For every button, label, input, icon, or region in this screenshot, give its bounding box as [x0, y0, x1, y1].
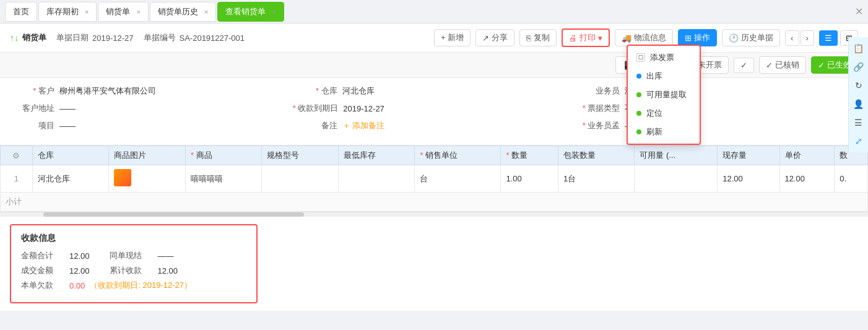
tab-sales-history[interactable]: 销货单历史 × [150, 2, 216, 22]
horizontal-scrollbar[interactable] [0, 212, 868, 217]
tab-view-sales[interactable]: 查看销货单 × [217, 2, 284, 22]
sidebar-icon-expand[interactable]: ⤢ [851, 132, 866, 150]
sidebar-icon-list[interactable]: ☰ [851, 114, 866, 131]
warehouse-value[interactable]: 河北仓库 [342, 85, 375, 97]
subtotal-row: 小计 [1, 193, 868, 212]
sidebar-icon-link[interactable]: 🔗 [849, 58, 867, 76]
staff-field: 业务员 演示账号 [575, 85, 858, 97]
check-icon-btn[interactable]: ✓ [734, 58, 754, 73]
dropdown-add-invoice[interactable]: ☐ 添发票 [628, 48, 700, 67]
row-min-stock [338, 165, 415, 193]
copy-icon: ⎘ [526, 33, 531, 43]
logistics-btn[interactable]: 🚚 物流信息 [615, 29, 673, 46]
address-label: 客户地址 [10, 103, 59, 114]
history-icon: 🕐 [729, 33, 739, 43]
operate-btn[interactable]: ⊞ 操作 [678, 29, 717, 46]
customer-value[interactable]: 柳州粤港平安气体有限公司 [59, 85, 156, 97]
share-icon: ↗ [482, 33, 489, 43]
address-field: 客户地址 —— [10, 103, 293, 114]
doc-title-text: 销货单 [22, 32, 46, 43]
view-list-btn[interactable]: ☰ [819, 30, 838, 46]
doc-date-label: 单据日期 [56, 32, 89, 43]
row-index: 1 [1, 165, 33, 193]
row-quantity: 1.00 [501, 165, 558, 193]
table-header: ⚙ 仓库 商品图片 * 商品 规格型号 最低库存 * 销售单位 * 数量 包装数… [1, 146, 868, 165]
toolbar-row: 📱 来自手机 🔵 未开票 ✓ ✓ 已核销 ✓ 已生效 [0, 53, 868, 78]
col-product: * 商品 [185, 146, 262, 165]
project-label: 项目 [10, 120, 59, 131]
due-amount-val: 0.00 [69, 281, 85, 290]
add-note-btn[interactable]: ＋ 添加备注 [342, 120, 385, 131]
tab-inventory-init[interactable]: 库存期初 × [38, 2, 97, 22]
same-order-item: 同单现结 —— [110, 250, 174, 261]
form-row-3: 项目 —— 备注 ＋ 添加备注 业务员孟 —— [10, 120, 858, 131]
dropdown-refresh[interactable]: 刷新 [628, 123, 700, 141]
tab-bar-close-btn[interactable]: ✕ [855, 6, 863, 17]
due-date-extra: （收款到期日: 2019-12-27） [90, 280, 192, 291]
products-table-wrapper: ⚙ 仓库 商品图片 * 商品 规格型号 最低库存 * 销售单位 * 数量 包装数… [0, 145, 868, 217]
row-available [635, 165, 718, 193]
add-invoice-icon: ☐ [636, 53, 645, 62]
customer-field: 客户 柳州粤港平安气体有限公司 [10, 85, 293, 97]
doc-date-item: 单据日期 2019-12-27 [56, 32, 134, 43]
total-amount-item: 金额合计 12.00 [21, 250, 90, 261]
tab-sales-order[interactable]: 销货单 × [98, 2, 148, 22]
copy-btn[interactable]: ⎘ 复制 [519, 29, 557, 46]
due-date-value: 2019-12-27 [143, 280, 184, 290]
print-icon: 🖨 [569, 33, 577, 43]
logistics-icon: 🚚 [622, 33, 631, 43]
payment-date-value[interactable]: 2019-12-27 [343, 104, 384, 113]
customer-label: 客户 [10, 85, 59, 97]
cumulative-item: 累计收款 12.00 [110, 265, 178, 276]
sidebar-icon-clipboard[interactable]: 📋 [849, 40, 867, 57]
sidebar-icon-refresh[interactable]: ↻ [851, 77, 866, 94]
deal-amount-key: 成交金额 [21, 265, 64, 276]
prev-btn[interactable]: ‹ [785, 30, 799, 46]
tab-home[interactable]: 首页 [5, 2, 37, 22]
tab-sales-history-close[interactable]: × [204, 8, 208, 15]
doc-header: ↑↓ 销货单 单据日期 2019-12-27 单据编号 SA-20191227-… [0, 24, 868, 53]
tab-home-label: 首页 [13, 6, 29, 17]
operations-dropdown: ☐ 添发票 出库 可用量提取 定位 刷新 [627, 45, 701, 145]
tab-bar: 首页 库存期初 × 销货单 × 销货单历史 × 查看销货单 × ✕ [0, 0, 868, 24]
cancelled-icon: ✓ [766, 61, 773, 70]
scrollbar-thumb[interactable] [43, 212, 304, 217]
due-amount-item: 本单欠款 0.00 （收款到期日: 2019-12-27） [21, 280, 192, 291]
payment-date-field: 收款到期日 2019-12-27 [293, 103, 576, 114]
col-unit: * 销售单位 [415, 146, 501, 165]
share-btn[interactable]: ↗ 分享 [475, 29, 514, 46]
due-amount-key: 本单欠款 [21, 280, 64, 291]
ticket-type-label: 票据类型 [575, 103, 625, 114]
tab-sales-order-close[interactable]: × [136, 8, 140, 15]
col-spec: 规格型号 [262, 146, 339, 165]
row-warehouse: 河北仓库 [32, 165, 109, 193]
sidebar-icon-user[interactable]: 👤 [849, 95, 867, 113]
col-gear[interactable]: ⚙ [1, 146, 33, 165]
row-amount: 0. [835, 165, 868, 193]
payment-info: 收款信息 金额合计 12.00 同单现结 —— 成交金额 12.00 累计收款 … [10, 224, 258, 303]
col-product-img: 商品图片 [109, 146, 186, 165]
doc-number-value: SA-20191227-001 [180, 33, 245, 43]
col-warehouse: 仓库 [32, 146, 109, 165]
tab-sales-history-label: 销货单历史 [158, 6, 198, 17]
doc-meta: 单据日期 2019-12-27 单据编号 SA-20191227-001 [56, 32, 245, 43]
products-table: ⚙ 仓库 商品图片 * 商品 规格型号 最低库存 * 销售单位 * 数量 包装数… [0, 145, 868, 212]
dropdown-locate[interactable]: 定位 [628, 104, 700, 123]
already-cancelled-btn[interactable]: ✓ 已核销 [759, 56, 806, 74]
bottom-section: 收款信息 金额合计 12.00 同单现结 —— 成交金额 12.00 累计收款 … [0, 217, 868, 311]
history-btn[interactable]: 🕐 历史单据 [722, 29, 780, 46]
doc-number-label: 单据编号 [144, 32, 176, 43]
col-stock: 现存量 [718, 146, 779, 165]
nav-arrows: ‹ › [785, 30, 814, 46]
dropdown-out-warehouse[interactable]: 出库 [628, 67, 700, 85]
tab-inventory-close[interactable]: × [85, 8, 89, 15]
next-btn[interactable]: › [801, 30, 814, 46]
tab-view-sales-close[interactable]: × [272, 8, 276, 15]
print-btn[interactable]: 🖨 打印 ▾ [562, 28, 610, 47]
dropdown-quantity-pickup[interactable]: 可用量提取 [628, 85, 700, 104]
doc-title-area: ↑↓ 销货单 [10, 32, 46, 43]
new-btn[interactable]: + 新增 [434, 29, 471, 46]
product-image [114, 169, 131, 186]
row-product[interactable]: 嘻嘻嘻嘻 [185, 165, 262, 193]
payment-row-3: 本单欠款 0.00 （收款到期日: 2019-12-27） [21, 280, 246, 291]
